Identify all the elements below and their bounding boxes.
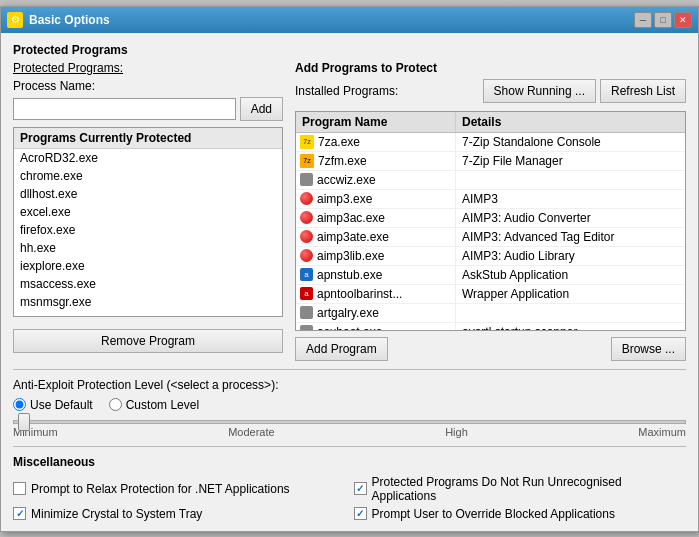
maximize-button[interactable]: □ [654,12,672,28]
minimize-tray-label: Minimize Crystal to System Tray [31,507,202,521]
title-bar-buttons: ─ □ ✕ [634,12,692,28]
program-row[interactable]: aimp3ate.exe AIMP3: Advanced Tag Editor [296,228,685,247]
override-blocked-label: Prompt User to Override Blocked Applicat… [372,507,615,521]
left-bottom-row: Remove Program [13,323,283,353]
main-window: ⚙ Basic Options ─ □ ✕ Protected Programs… [0,6,699,532]
use-default-radio[interactable] [13,398,26,411]
prog-name-cell: 7z 7zfm.exe [296,152,456,170]
add-programs-header: Add Programs to Protect [295,61,686,75]
prog-name-cell: aimp3ate.exe [296,228,456,246]
prog-icon [300,192,313,205]
slider-labels: Minimum Moderate High Maximum [13,426,686,438]
prog-icon [300,325,313,331]
prog-name-cell: accwiz.exe [296,171,456,189]
protected-programs-list[interactable]: Programs Currently Protected AcroRD32.ex… [13,127,283,317]
main-content: Protected Programs Protected Programs: P… [1,33,698,531]
window-title: Basic Options [29,13,110,27]
col-details: Details [456,112,685,132]
misc-section: Miscellaneous Prompt to Relax Protection… [13,455,686,521]
program-row[interactable]: 7z 7za.exe 7-Zip Standalone Console [296,133,685,152]
list-item[interactable]: msaccess.exe [14,275,282,293]
checkbox-minimize-tray[interactable]: Minimize Crystal to System Tray [13,507,346,521]
program-row[interactable]: acuhoot.exe avartl startup scanner [296,323,685,331]
prog-icon: 7z [300,135,314,149]
prog-icon [300,211,313,224]
use-default-label: Use Default [30,398,93,412]
list-item[interactable]: dllhost.exe [14,185,282,203]
override-blocked-checkbox[interactable] [354,507,367,520]
radio-row: Use Default Custom Level [13,398,686,412]
title-bar: ⚙ Basic Options ─ □ ✕ [1,7,698,33]
protection-slider-track [13,420,686,424]
slider-moderate-label: Moderate [228,426,274,438]
prog-name-cell: artgalry.exe [296,304,456,322]
use-default-option[interactable]: Use Default [13,398,93,412]
minimize-tray-checkbox[interactable] [13,507,26,520]
separator-2 [13,446,686,447]
prog-icon: 7z [300,154,314,168]
list-item[interactable]: iexplore.exe [14,257,282,275]
top-buttons: Show Running ... Refresh List [483,79,686,103]
process-input-row: Add [13,97,283,121]
prog-name-cell: aimp3ac.exe [296,209,456,227]
remove-program-button[interactable]: Remove Program [13,329,283,353]
prog-icon [300,249,313,262]
process-name-input[interactable] [13,98,236,120]
browse-button[interactable]: Browse ... [611,337,686,361]
two-column-layout: Protected Programs: Process Name: Add Pr… [13,61,686,361]
prog-name-cell: a apntoolbarinst... [296,285,456,303]
prog-icon [300,306,313,319]
prog-icon: a [300,287,313,300]
add-button[interactable]: Add [240,97,283,121]
window-icon: ⚙ [7,12,23,28]
installed-programs-list[interactable]: Program Name Details 7z 7za.exe 7-Zip St… [295,111,686,331]
program-row[interactable]: 7z 7zfm.exe 7-Zip File Manager [296,152,685,171]
custom-level-radio[interactable] [109,398,122,411]
protected-list-header: Programs Currently Protected [14,128,282,149]
relax-protection-checkbox[interactable] [13,482,26,495]
prog-icon [300,173,313,186]
list-item[interactable]: hh.exe [14,239,282,257]
list-item[interactable]: firefox.exe [14,221,282,239]
slider-high-label: High [445,426,468,438]
program-row[interactable]: aimp3.exe AIMP3 [296,190,685,209]
program-row[interactable]: aimp3lib.exe AIMP3: Audio Library [296,247,685,266]
refresh-list-button[interactable]: Refresh List [600,79,686,103]
list-item[interactable]: AcroRD32.exe [14,149,282,167]
checkbox-relax-protection[interactable]: Prompt to Relax Protection for .NET Appl… [13,475,346,503]
right-list-header: Program Name Details [296,112,685,133]
program-row[interactable]: accwiz.exe [296,171,685,190]
list-item[interactable]: excel.exe [14,203,282,221]
protected-programs-section-label: Protected Programs [13,43,686,57]
relax-protection-label: Prompt to Relax Protection for .NET Appl… [31,482,290,496]
minimize-button[interactable]: ─ [634,12,652,28]
slider-container: Minimum Moderate High Maximum [13,420,686,438]
program-row[interactable]: a apntoolbarinst... Wrapper Application [296,285,685,304]
list-item[interactable]: msnmsgr.exe [14,293,282,311]
program-row[interactable]: aimp3ac.exe AIMP3: Audio Converter [296,209,685,228]
program-row[interactable]: artgalry.exe [296,304,685,323]
left-column: Protected Programs: Process Name: Add Pr… [13,61,283,361]
no-unrecognised-checkbox[interactable] [354,482,367,495]
close-button[interactable]: ✕ [674,12,692,28]
no-unrecognised-label: Protected Programs Do Not Run Unrecognis… [372,475,687,503]
slider-thumb[interactable] [18,413,30,431]
col-program-name: Program Name [296,112,456,132]
prog-name-cell: aimp3lib.exe [296,247,456,265]
list-item[interactable]: chrome.exe [14,167,282,185]
custom-level-option[interactable]: Custom Level [109,398,199,412]
checkbox-no-unrecognised[interactable]: Protected Programs Do Not Run Unrecognis… [354,475,687,503]
installed-programs-label: Installed Programs: [295,84,398,98]
title-bar-left: ⚙ Basic Options [7,12,110,28]
process-name-label: Process Name: [13,79,283,93]
custom-level-label: Custom Level [126,398,199,412]
separator-1 [13,369,686,370]
prog-name-cell: a apnstub.exe [296,266,456,284]
program-row[interactable]: a apnstub.exe AskStub Application [296,266,685,285]
show-running-button[interactable]: Show Running ... [483,79,596,103]
right-bottom-row: Add Program Browse ... [295,337,686,361]
checkbox-override-blocked[interactable]: Prompt User to Override Blocked Applicat… [354,507,687,521]
protection-title: Anti-Exploit Protection Level (<select a… [13,378,686,392]
prog-name-cell: aimp3.exe [296,190,456,208]
add-program-button[interactable]: Add Program [295,337,388,361]
